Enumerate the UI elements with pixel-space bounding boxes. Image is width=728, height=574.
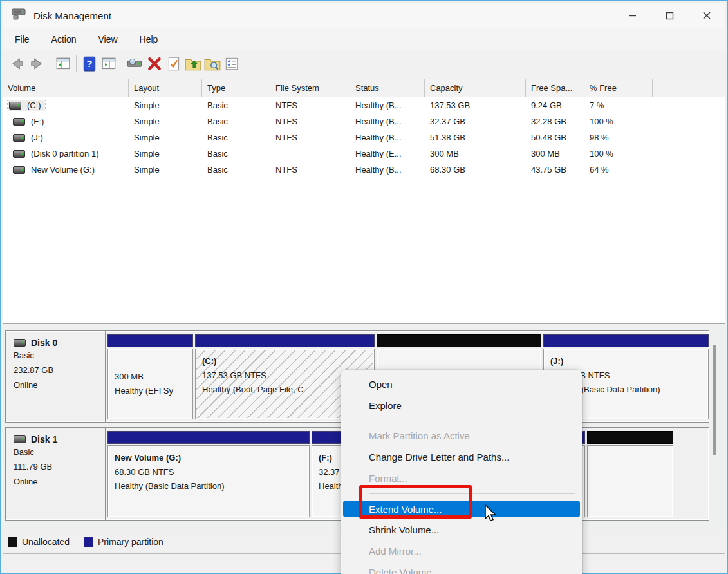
cell-type: Basic — [202, 165, 270, 175]
cell-freespace: 32.28 GB — [526, 117, 584, 126]
disk0-header[interactable]: Disk 0 Basic 232.87 GB Online — [6, 331, 106, 422]
menu-item-add-mirror: Add Mirror... — [341, 541, 582, 562]
volume-list: Volume Layout Type File System Status Ca… — [3, 79, 725, 323]
disk-icon — [14, 435, 26, 443]
cell-freespace: 9.24 GB — [526, 100, 584, 110]
menu-item-shrink-volume[interactable]: Shrink Volume... — [341, 519, 582, 541]
maximize-button[interactable] — [651, 3, 688, 28]
partition-unallocated-disk1[interactable] — [587, 431, 673, 517]
disk-name: Disk 0 — [31, 338, 57, 348]
table-row[interactable]: (Disk 0 partition 1) Simple Basic Health… — [3, 146, 725, 162]
disk-icon — [14, 339, 26, 347]
cell-layout: Simple — [129, 165, 202, 175]
volume-name: (C:) — [27, 100, 41, 110]
cell-pctfree: 64 % — [584, 165, 653, 175]
table-row[interactable]: New Volume (G:) Simple Basic NTFS Health… — [3, 162, 725, 178]
mark-active-icon[interactable] — [164, 54, 183, 73]
help-icon[interactable]: ? — [80, 54, 99, 73]
partition-size: 300 MB — [115, 370, 192, 384]
cell-freespace: 43.75 GB — [526, 165, 584, 175]
cell-type: Basic — [202, 117, 270, 126]
column-header-pctfree[interactable]: % Free — [584, 79, 653, 97]
partition-band — [107, 431, 310, 444]
partition-g[interactable]: New Volume (G:) 68.30 GB NTFS Healthy (B… — [107, 431, 310, 517]
column-header-volume[interactable]: Volume — [3, 79, 129, 97]
table-row[interactable]: (C:) Simple Basic NTFS Healthy (B... 137… — [3, 97, 725, 113]
primary-partition-swatch — [84, 537, 93, 547]
menu-file[interactable]: File — [12, 32, 32, 46]
menu-item-explore[interactable]: Explore — [341, 395, 582, 416]
legend-unallocated-label: Unallocated — [22, 537, 70, 547]
column-header-freespace[interactable]: Free Spa... — [526, 79, 584, 97]
partition-name: (J:) — [550, 354, 708, 368]
menu-item-delete-volume: Delete Volume... — [341, 562, 582, 574]
context-menu: Open Explore Mark Partition as Active Ch… — [341, 370, 582, 574]
volume-icon — [13, 118, 25, 126]
cell-layout: Simple — [129, 133, 202, 142]
device-properties-icon[interactable] — [126, 54, 145, 73]
explore-icon[interactable] — [203, 54, 222, 73]
help-topics-icon[interactable] — [222, 54, 241, 73]
partition-band — [587, 431, 673, 444]
disk-management-window: Disk Management File Action View Help — [0, 0, 728, 574]
close-button[interactable] — [688, 3, 725, 28]
forward-icon[interactable] — [27, 54, 46, 73]
cell-capacity: 32.37 GB — [425, 117, 526, 126]
cell-status: Healthy (B... — [350, 165, 425, 175]
volume-name: New Volume (G:) — [31, 165, 95, 175]
cell-layout: Simple — [129, 100, 202, 110]
cell-pctfree: 98 % — [584, 133, 653, 142]
extend-volume-icon[interactable] — [183, 54, 203, 73]
disk-status: Online — [14, 474, 105, 489]
column-header-layout[interactable]: Layout — [129, 79, 202, 97]
partition-band — [195, 334, 375, 347]
menu-item-mark-partition-active: Mark Partition as Active — [341, 425, 582, 446]
cell-type: Basic — [202, 149, 270, 158]
show-console-tree-icon[interactable] — [53, 54, 73, 73]
cell-type: Basic — [202, 133, 270, 142]
cell-capacity: 51.38 GB — [425, 133, 526, 142]
table-row[interactable]: (J:) Simple Basic NTFS Healthy (B... 51.… — [3, 129, 725, 146]
mouse-cursor — [483, 504, 499, 525]
cell-filesystem: NTFS — [270, 117, 350, 126]
table-row[interactable]: (F:) Simple Basic NTFS Healthy (B... 32.… — [3, 113, 725, 129]
menu-view[interactable]: View — [95, 32, 120, 46]
disk-status: Online — [14, 378, 105, 392]
cell-freespace: 50.48 GB — [526, 133, 584, 142]
menu-item-open[interactable]: Open — [341, 374, 582, 395]
cell-capacity: 300 MB — [425, 149, 526, 158]
column-header-capacity[interactable]: Capacity — [425, 79, 526, 97]
minimize-button[interactable] — [613, 3, 651, 28]
menu-action[interactable]: Action — [49, 32, 79, 46]
back-icon[interactable] — [8, 54, 27, 73]
partition-band — [543, 334, 709, 347]
column-header-status[interactable]: Status — [350, 79, 425, 97]
volume-name: (Disk 0 partition 1) — [31, 149, 98, 158]
disk-size: 111.79 GB — [14, 459, 105, 474]
cell-pctfree: 7 % — [584, 100, 653, 110]
column-header-type[interactable]: Type — [202, 79, 270, 97]
partition-name: (C:) — [202, 354, 374, 368]
toolbar-separator — [122, 55, 122, 72]
show-action-pane-icon[interactable] — [99, 54, 118, 73]
partition-status: Healthy (Basic Data Partition) — [115, 479, 309, 493]
legend-primary-label: Primary partition — [98, 537, 163, 547]
cell-status: Healthy (E... — [350, 149, 425, 158]
disk1-header[interactable]: Disk 1 Basic 111.79 GB Online — [6, 428, 106, 520]
cell-filesystem: NTFS — [270, 165, 350, 175]
cell-capacity: 137.53 GB — [425, 100, 526, 110]
cell-layout: Simple — [129, 149, 202, 158]
partition-efi[interactable]: 300 MB Healthy (EFI Sy — [107, 334, 193, 419]
title-bar: Disk Management — [3, 3, 725, 28]
vertical-scrollbar[interactable] — [713, 345, 716, 455]
disk-name: Disk 1 — [31, 434, 57, 445]
toolbar-separator — [50, 55, 50, 72]
menu-item-change-drive-letter[interactable]: Change Drive Letter and Paths... — [341, 446, 582, 468]
delete-volume-icon[interactable] — [145, 54, 164, 73]
volume-list-header: Volume Layout Type File System Status Ca… — [3, 79, 725, 97]
volume-name: (J:) — [31, 133, 43, 142]
toolbar: ? — [3, 50, 725, 77]
column-header-filesystem[interactable]: File System — [270, 79, 350, 97]
menu-help[interactable]: Help — [137, 32, 161, 46]
column-header-filler — [653, 79, 725, 97]
